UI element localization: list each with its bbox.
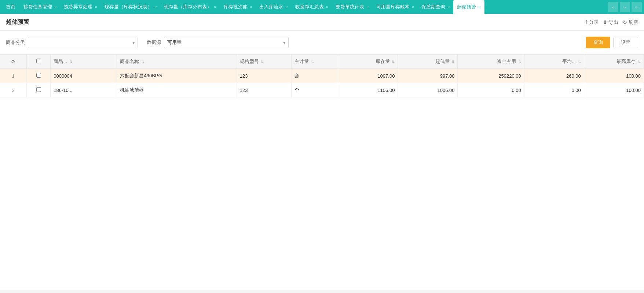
th-capital[interactable]: 资金占用 ⇅ bbox=[458, 55, 524, 69]
cell-spec: 123 bbox=[237, 69, 292, 83]
category-select[interactable] bbox=[28, 37, 138, 48]
cell-spec: 123 bbox=[237, 83, 292, 97]
datasource-select-wrapper: ▾ bbox=[164, 37, 289, 48]
nav-arrows: ‹ › › bbox=[607, 2, 643, 12]
cell-name: 机油滤清器 bbox=[117, 83, 237, 97]
cell-stock: 1097.00 bbox=[338, 69, 398, 83]
th-over[interactable]: 超储量 ⇅ bbox=[398, 55, 458, 69]
datasource-label: 数据源 bbox=[147, 39, 161, 46]
share-button[interactable]: ⤴ 分享 bbox=[585, 19, 599, 26]
export-icon: ⬇ bbox=[603, 19, 607, 25]
nav-tab-6[interactable]: 出入库流水 × bbox=[256, 0, 291, 14]
row-checkbox[interactable] bbox=[36, 73, 41, 78]
sort-icon-max: ⇅ bbox=[638, 60, 641, 64]
sort-icon-avg: ⇅ bbox=[578, 60, 581, 64]
page-header: 超储预警 ⤴ 分享 ⬇ 导出 ↻ 刷新 bbox=[0, 14, 644, 31]
cell-checkbox[interactable] bbox=[26, 83, 50, 97]
row-checkbox[interactable] bbox=[36, 87, 41, 92]
cell-index: 1 bbox=[0, 69, 26, 83]
cell-max: 100.00 bbox=[584, 69, 644, 83]
category-filter-group: 商品分类 ▾ bbox=[6, 37, 138, 48]
cell-checkbox[interactable] bbox=[26, 69, 50, 83]
filter-area: 商品分类 ▾ 数据源 ▾ 查询 设置 bbox=[0, 31, 644, 55]
close-icon[interactable]: × bbox=[154, 5, 157, 9]
nav-tab-7[interactable]: 收发存汇总表 × bbox=[292, 0, 332, 14]
cell-unit: 个 bbox=[292, 83, 338, 97]
close-icon[interactable]: × bbox=[366, 5, 369, 9]
close-icon[interactable]: × bbox=[326, 5, 328, 9]
sort-icon-name: ⇅ bbox=[141, 60, 144, 64]
sort-icon-spec: ⇅ bbox=[261, 60, 264, 64]
refresh-button[interactable]: ↻ 刷新 bbox=[623, 19, 638, 26]
close-icon[interactable]: × bbox=[214, 5, 216, 9]
cell-avg: 0.00 bbox=[524, 83, 584, 97]
cell-capital: 0.00 bbox=[458, 83, 524, 97]
sort-icon-unit: ⇅ bbox=[311, 60, 314, 64]
cell-code: 0000004 bbox=[51, 69, 117, 83]
sort-icon-code: ⇅ bbox=[69, 60, 72, 64]
th-spec[interactable]: 规格型号 ⇅ bbox=[237, 55, 292, 69]
th-avg[interactable]: 平均... ⇅ bbox=[524, 55, 584, 69]
header-actions: ⤴ 分享 ⬇ 导出 ↻ 刷新 bbox=[585, 19, 638, 26]
refresh-icon: ↻ bbox=[623, 19, 627, 25]
cell-name: 六配套新昌490BPG bbox=[117, 69, 237, 83]
table-container: ⚙ 商品... ⇅ 商品名称 ⇅ 规格型号 ⇅ 主计量 bbox=[0, 55, 644, 290]
category-label: 商品分类 bbox=[6, 39, 25, 46]
nav-tab-5[interactable]: 库存批次账 × bbox=[220, 0, 256, 14]
sort-icon-over: ⇅ bbox=[451, 60, 454, 64]
datasource-filter-group: 数据源 ▾ bbox=[147, 37, 289, 48]
close-icon[interactable]: × bbox=[478, 5, 480, 9]
gear-column[interactable]: ⚙ bbox=[0, 55, 26, 69]
nav-tab-1[interactable]: 拣货任务管理 × bbox=[20, 0, 60, 14]
nav-next-button[interactable]: › bbox=[620, 2, 630, 12]
cell-code: 186-10... bbox=[51, 83, 117, 97]
sort-icon-capital: ⇅ bbox=[518, 60, 521, 64]
cell-over: 997.00 bbox=[398, 69, 458, 83]
close-icon[interactable]: × bbox=[447, 5, 450, 9]
cell-unit: 套 bbox=[292, 69, 338, 83]
category-select-wrapper: ▾ bbox=[28, 37, 138, 48]
cell-capital: 259220.00 bbox=[458, 69, 524, 83]
close-icon[interactable]: × bbox=[412, 5, 414, 9]
nav-tab-9[interactable]: 可用量库存账本 × bbox=[373, 0, 418, 14]
page-title: 超储预警 bbox=[6, 18, 29, 26]
table-row: 1 0000004 六配套新昌490BPG 123 套 1097.00 997.… bbox=[0, 69, 644, 83]
close-icon[interactable]: × bbox=[250, 5, 252, 9]
cell-avg: 260.00 bbox=[524, 69, 584, 83]
th-stock[interactable]: 库存量 ⇅ bbox=[338, 55, 398, 69]
close-icon[interactable]: × bbox=[95, 5, 97, 9]
datasource-select[interactable] bbox=[164, 37, 289, 48]
close-icon[interactable]: × bbox=[285, 5, 288, 9]
nav-tab-2[interactable]: 拣货异常处理 × bbox=[60, 0, 100, 14]
table-header-row: ⚙ 商品... ⇅ 商品名称 ⇅ 规格型号 ⇅ 主计量 bbox=[0, 55, 644, 69]
th-max[interactable]: 最高库存 ⇅ bbox=[584, 55, 644, 69]
table-row: 2 186-10... 机油滤清器 123 个 1106.00 1006.00 … bbox=[0, 83, 644, 97]
nav-tab-3[interactable]: 现存量（库存状况表） × bbox=[101, 0, 160, 14]
cell-max: 100.00 bbox=[584, 83, 644, 97]
nav-tab-4[interactable]: 现存量（库存分布表） × bbox=[160, 0, 220, 14]
nav-tab-8[interactable]: 要货单统计表 × bbox=[332, 0, 372, 14]
export-button[interactable]: ⬇ 导出 bbox=[603, 19, 618, 26]
nav-tab-11[interactable]: 超储预警 × bbox=[453, 0, 484, 14]
sort-icon-stock: ⇅ bbox=[392, 60, 395, 64]
cell-stock: 1106.00 bbox=[338, 83, 398, 97]
checkbox-column bbox=[26, 55, 50, 69]
cell-over: 1006.00 bbox=[398, 83, 458, 97]
cell-index: 2 bbox=[0, 83, 26, 97]
nav-prev-button[interactable]: ‹ bbox=[608, 2, 618, 12]
share-icon: ⤴ bbox=[585, 19, 588, 25]
query-button[interactable]: 查询 bbox=[586, 37, 610, 48]
nav-bar: 首页 拣货任务管理 × 拣货异常处理 × 现存量（库存状况表） × 现存量（库存… bbox=[0, 0, 644, 14]
data-table: ⚙ 商品... ⇅ 商品名称 ⇅ 规格型号 ⇅ 主计量 bbox=[0, 55, 644, 97]
nav-more-button[interactable]: › bbox=[632, 2, 642, 12]
select-all-checkbox[interactable] bbox=[36, 59, 41, 63]
th-name[interactable]: 商品名称 ⇅ bbox=[117, 55, 237, 69]
setting-button[interactable]: 设置 bbox=[613, 37, 638, 48]
nav-home[interactable]: 首页 bbox=[1, 4, 20, 10]
filter-buttons: 查询 设置 bbox=[586, 37, 638, 48]
th-unit[interactable]: 主计量 ⇅ bbox=[292, 55, 338, 69]
close-icon[interactable]: × bbox=[54, 5, 56, 9]
nav-tab-10[interactable]: 保质期查询 × bbox=[418, 0, 453, 14]
th-code[interactable]: 商品... ⇅ bbox=[51, 55, 117, 69]
